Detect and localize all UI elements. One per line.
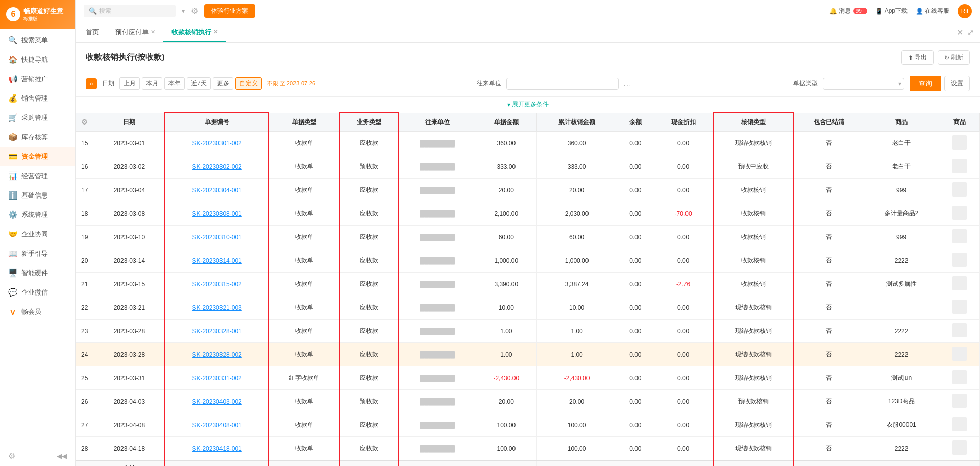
- this-month-btn[interactable]: 本月: [142, 77, 162, 90]
- filter-settings-button[interactable]: 设置: [944, 76, 970, 91]
- last-7days-btn[interactable]: 近7天: [187, 77, 211, 90]
- row-cash-discount: -70.00: [654, 202, 713, 226]
- tab-prepay-close[interactable]: ✕: [151, 29, 155, 35]
- row-bill-no[interactable]: SK-20230408-001: [165, 413, 269, 437]
- this-year-btn[interactable]: 本年: [164, 77, 185, 90]
- sidebar-item-search[interactable]: 🔍 搜索菜单: [0, 31, 75, 50]
- row-cash-discount: 0.00: [654, 366, 713, 390]
- custom-btn[interactable]: 自定义: [235, 77, 262, 90]
- sidebar-bottom: ⚙ ◀◀: [0, 446, 75, 466]
- sidebar-item-label: 系统管理: [21, 210, 48, 219]
- bill-type-select[interactable]: [823, 78, 904, 90]
- sidebar-item-guide[interactable]: 📖 新手引导: [0, 244, 75, 263]
- row-date: 2023-03-08: [94, 202, 165, 226]
- partner-input[interactable]: [506, 78, 619, 90]
- row-bill-no[interactable]: SK-20230304-001: [165, 179, 269, 202]
- row-bill-no[interactable]: SK-20230301-002: [165, 132, 269, 155]
- export-button[interactable]: ⬆ 导出: [901, 50, 934, 65]
- service-item[interactable]: 👤 在线客服: [916, 7, 949, 15]
- tab-collection[interactable]: 收款核销执行 ✕: [163, 23, 226, 42]
- tab-close-all[interactable]: ✕: [957, 28, 963, 37]
- header-search[interactable]: 🔍 搜索: [84, 5, 176, 17]
- logo-text: 畅康道好生意: [23, 7, 63, 16]
- sidebar-item-purchase[interactable]: 🛒 采购管理: [0, 108, 75, 128]
- table-row: 202023-03-14SK-20230314-001收款单应收款███████…: [76, 249, 980, 273]
- row-number: 19: [76, 226, 94, 249]
- expand-more-btn[interactable]: ▾ 展开更多条件: [507, 100, 549, 109]
- table-body: 152023-03-01SK-20230301-002收款单应收款███████…: [76, 132, 980, 467]
- sidebar-item-member[interactable]: V 畅会员: [0, 302, 75, 322]
- row-bill-no[interactable]: SK-20230314-001: [165, 249, 269, 273]
- row-bill-no[interactable]: SK-20230321-003: [165, 296, 269, 320]
- col-bill-amount-header: 单据金额: [476, 113, 537, 132]
- row-bill-no[interactable]: SK-20230315-002: [165, 273, 269, 296]
- row-cash-discount: 0.00: [654, 437, 713, 461]
- more-btn[interactable]: 更多: [213, 77, 233, 90]
- row-partner: ████████: [399, 132, 476, 155]
- last-month-btn[interactable]: 上月: [119, 77, 140, 90]
- filter-expand-arrow[interactable]: »: [86, 78, 97, 89]
- row-bill-no[interactable]: SK-20230331-002: [165, 366, 269, 390]
- solution-button[interactable]: 体验行业方案: [204, 4, 255, 18]
- row-goods: 2222: [864, 249, 939, 273]
- date-label: 日期: [102, 79, 114, 88]
- total-cell: [399, 460, 476, 466]
- sidebar-item-hardware[interactable]: 🖥️ 智能硬件: [0, 263, 75, 283]
- avatar[interactable]: Rit: [958, 4, 972, 18]
- total-cell: [76, 460, 94, 466]
- sidebar-item-marketing[interactable]: 📢 营销推广: [0, 69, 75, 89]
- row-goods: 2222: [864, 343, 939, 366]
- sidebar-item-inventory[interactable]: 📦 库存核算: [0, 128, 75, 147]
- logo-badge: 标推版: [23, 16, 63, 22]
- search-icon: 🔍: [8, 36, 17, 45]
- home-icon: 🏠: [8, 55, 17, 64]
- row-include-settled: 否: [794, 179, 864, 202]
- row-cash-discount: 0.00: [654, 320, 713, 343]
- row-bill-no[interactable]: SK-20230328-001: [165, 320, 269, 343]
- row-cash-discount: 0.00: [654, 226, 713, 249]
- sidebar-item-quicknav[interactable]: 🏠 快捷导航: [0, 50, 75, 69]
- total-cell: [339, 460, 399, 466]
- notification-item[interactable]: 🔔 消息 99+: [829, 7, 867, 15]
- sidebar-item-system[interactable]: ⚙️ 系统管理: [0, 205, 75, 225]
- row-balance: 0.00: [617, 155, 654, 179]
- app-download-item[interactable]: 📱 App下载: [875, 7, 908, 15]
- row-include-settled: 否: [794, 202, 864, 226]
- row-writeoff-type: 现结收款核销: [713, 343, 794, 366]
- info-icon: ℹ️: [8, 191, 17, 200]
- sidebar-item-enterprise[interactable]: 🤝 企业协同: [0, 225, 75, 244]
- row-biz-type: 应收款: [339, 179, 399, 202]
- sidebar-item-label: 经营管理: [21, 171, 48, 181]
- sidebar: 6 畅康道好生意 标推版 🔍 搜索菜单 🏠 快捷导航 📢 营销推广 💰 销售管理…: [0, 0, 76, 466]
- tab-expand[interactable]: ⤢: [967, 28, 974, 37]
- tab-home[interactable]: 首页: [78, 23, 107, 42]
- row-goods-image: [939, 179, 980, 202]
- gear-icon[interactable]: ⚙: [191, 6, 198, 16]
- tab-prepay[interactable]: 预付应付单 ✕: [107, 23, 163, 42]
- query-button[interactable]: 查询: [910, 76, 941, 91]
- row-date: 2023-03-31: [94, 366, 165, 390]
- row-bill-amount: 10.00: [476, 296, 537, 320]
- sidebar-item-wechat[interactable]: 💬 企业微信: [0, 283, 75, 302]
- row-bill-amount: 3,390.00: [476, 273, 537, 296]
- refresh-button[interactable]: ↻ 刷新: [938, 50, 970, 65]
- row-bill-no[interactable]: SK-20230418-001: [165, 437, 269, 461]
- sidebar-item-operations[interactable]: 📊 经营管理: [0, 166, 75, 186]
- row-bill-no[interactable]: SK-20230308-001: [165, 202, 269, 226]
- sidebar-settings-icon[interactable]: ⚙: [8, 451, 15, 461]
- table-row: 152023-03-01SK-20230301-002收款单应收款███████…: [76, 132, 980, 155]
- row-bill-no[interactable]: SK-20230310-001: [165, 226, 269, 249]
- sidebar-item-sales[interactable]: 💰 销售管理: [0, 89, 75, 108]
- top-header: 🔍 搜索 ▾ ⚙ 体验行业方案 🔔 消息 99+ 📱 App下载 👤 在线客服 …: [76, 0, 980, 22]
- col-settings-icon[interactable]: ⚙: [81, 118, 88, 126]
- sidebar-item-finance[interactable]: 💳 资金管理: [0, 147, 75, 166]
- sidebar-collapse-icon[interactable]: ◀◀: [57, 452, 67, 460]
- row-bill-no[interactable]: SK-20230302-002: [165, 155, 269, 179]
- row-number: 26: [76, 390, 94, 413]
- dropdown-icon[interactable]: ▾: [182, 8, 185, 15]
- sidebar-item-basic[interactable]: ℹ️ 基础信息: [0, 186, 75, 205]
- guide-icon: 📖: [8, 249, 17, 258]
- row-bill-no[interactable]: SK-20230328-002: [165, 343, 269, 366]
- row-bill-no[interactable]: SK-20230403-002: [165, 390, 269, 413]
- tab-collection-close[interactable]: ✕: [213, 29, 218, 35]
